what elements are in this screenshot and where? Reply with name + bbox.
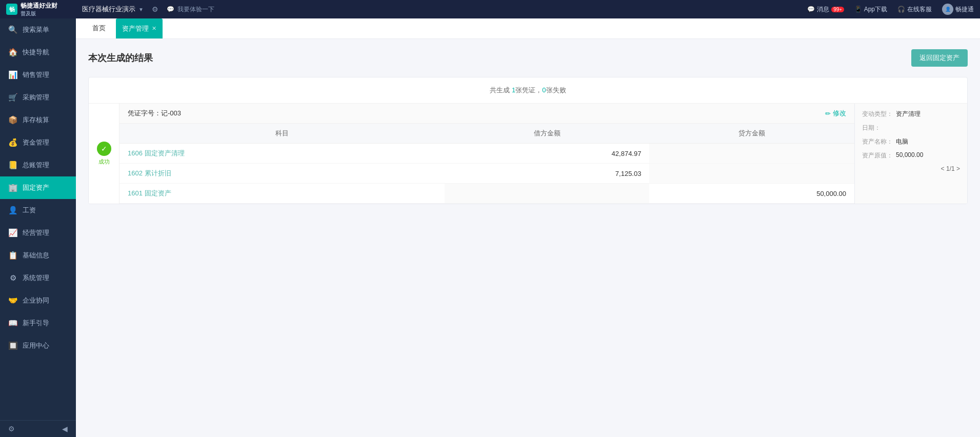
return-button[interactable]: 返回固定资产	[911, 49, 968, 67]
tab-label: 资产管理	[122, 24, 149, 33]
avatar: 👤	[942, 4, 953, 15]
summary-fail: 0	[542, 86, 546, 94]
app-center-icon: 🔲	[8, 341, 17, 350]
sidebar-item-enterprise[interactable]: 🤝 企业协同	[0, 289, 76, 312]
notification-button[interactable]: 💬 消息 99+	[807, 5, 844, 14]
online-service-button[interactable]: 🎧 在线客服	[897, 5, 932, 14]
operations-icon: 📈	[8, 228, 17, 237]
info-asset-value: 资产原值： 50,000.00	[862, 151, 960, 160]
sidebar-item-label: 固定资产	[23, 183, 49, 192]
change-type-label: 变动类型：	[862, 110, 893, 118]
edit-button[interactable]: ✏ 修改	[825, 109, 846, 118]
sidebar-item-label: 新手引导	[23, 319, 49, 328]
sidebar-item-label: 企业协同	[23, 296, 49, 305]
debit-cell: 42,874.97	[445, 144, 650, 164]
table-header-row: 科目 借方金额 贷方金额	[119, 124, 854, 144]
edit-label: 修改	[833, 109, 846, 118]
summary-text: 共生成 1张凭证，0张失败	[490, 86, 566, 94]
content-area: 首页 资产管理 ✕ 本次生成的结果 返回固定资产 共生成 1张凭证，0张失败	[76, 18, 980, 437]
sidebar-item-label: 应用中心	[23, 341, 49, 350]
ledger-icon: 📒	[8, 161, 17, 170]
table-row: 1602 累计折旧 7,125.03	[119, 164, 854, 184]
sidebar-item-search[interactable]: 🔍 搜索菜单	[0, 18, 76, 41]
chevron-down-icon: ▼	[138, 7, 144, 12]
sidebar-item-label: 工资	[23, 206, 36, 215]
sidebar-item-app-center[interactable]: 🔲 应用中心	[0, 334, 76, 357]
date-label: 日期：	[862, 124, 888, 132]
sidebar-item-label: 资金管理	[23, 138, 49, 147]
sidebar-item-label: 经营管理	[23, 228, 49, 237]
top-header: 畅 畅捷通好业财 普及版 医疗器械行业演示 ▼ ⚙ 💬 我要体验一下 💬 消息 …	[0, 0, 980, 18]
sidebar-item-label: 基础信息	[23, 251, 49, 260]
basic-info-icon: 📋	[8, 251, 17, 260]
result-summary: 共生成 1张凭证，0张失败	[89, 77, 967, 104]
payroll-icon: 👤	[8, 206, 17, 215]
settings-icon[interactable]: ⚙	[152, 5, 158, 13]
status-column: ✓ 成功	[89, 104, 119, 204]
info-change-type: 变动类型： 资产清理	[862, 110, 960, 118]
tab-close-icon[interactable]: ✕	[152, 25, 156, 32]
online-service-label: 在线客服	[907, 5, 932, 14]
subject-cell: 1601 固定资产	[119, 184, 445, 204]
purchase-icon: 🛒	[8, 93, 17, 102]
sidebar-collapse-button[interactable]: ◀	[62, 425, 68, 433]
asset-value-value: 50,000.00	[896, 151, 923, 158]
summary-count: 1	[512, 86, 515, 94]
logo-main-text: 畅捷通好业财	[21, 2, 57, 10]
experience-button[interactable]: 💬 我要体验一下	[167, 5, 214, 14]
app-download-icon: 📱	[854, 6, 862, 13]
credit-cell: 50,000.00	[649, 184, 854, 204]
sidebar-item-funds[interactable]: 💰 资金管理	[0, 131, 76, 154]
sidebar-item-label: 快捷导航	[23, 48, 49, 57]
subject-cell: 1602 累计折旧	[119, 164, 445, 184]
subject-cell: 1606 固定资产清理	[119, 144, 445, 164]
sidebar-item-fixed-assets[interactable]: 🏢 固定资产	[0, 176, 76, 199]
tab-asset-mgmt[interactable]: 资产管理 ✕	[116, 18, 163, 38]
col-subject: 科目	[119, 124, 445, 144]
pagination-prev[interactable]: <	[941, 165, 945, 172]
funds-icon: 💰	[8, 138, 17, 147]
pagination-next[interactable]: >	[956, 165, 960, 172]
info-date: 日期：	[862, 124, 960, 132]
sidebar-item-label: 库存核算	[23, 115, 49, 125]
sidebar-item-sales[interactable]: 📊 销售管理	[0, 64, 76, 86]
tab-home[interactable]: 首页	[84, 19, 114, 38]
sidebar-item-label: 搜索菜单	[23, 25, 49, 34]
user-name: 畅捷通	[955, 5, 974, 14]
app-download-button[interactable]: 📱 App下载	[854, 5, 887, 14]
sidebar-item-label: 总账管理	[23, 161, 49, 170]
sidebar-item-system[interactable]: ⚙ 系统管理	[0, 267, 76, 289]
sidebar-item-inventory[interactable]: 📦 库存核算	[0, 109, 76, 131]
col-credit: 贷方金额	[649, 124, 854, 144]
credit-cell	[649, 164, 854, 184]
logo-icon: 畅	[6, 4, 17, 15]
sidebar-item-guide[interactable]: 📖 新手引导	[0, 312, 76, 334]
sidebar-item-label: 采购管理	[23, 93, 49, 102]
credit-cell	[649, 144, 854, 164]
sidebar-item-quick-nav[interactable]: 🏠 快捷导航	[0, 41, 76, 64]
sidebar-item-ledger[interactable]: 📒 总账管理	[0, 154, 76, 176]
col-debit: 借方金额	[445, 124, 650, 144]
logo-sub-text: 普及版	[21, 10, 57, 17]
sidebar-item-purchase[interactable]: 🛒 采购管理	[0, 86, 76, 109]
home-icon: 🏠	[8, 48, 17, 57]
sidebar-settings-button[interactable]: ⚙	[8, 425, 15, 433]
sidebar-item-label: 销售管理	[23, 70, 49, 80]
sidebar-item-operations[interactable]: 📈 经营管理	[0, 222, 76, 244]
sidebar-item-basic-info[interactable]: 📋 基础信息	[0, 244, 76, 267]
pagination-info: 1/1	[946, 165, 956, 172]
company-selector[interactable]: 医疗器械行业演示 ▼	[82, 5, 144, 14]
change-type-value: 资产清理	[896, 110, 921, 118]
voucher-header: 凭证字号：记-003 ✏ 修改	[119, 104, 854, 124]
debit-cell: 7,125.03	[445, 164, 650, 184]
edit-icon: ✏	[825, 110, 831, 117]
page-title-row: 本次生成的结果 返回固定资产	[88, 49, 968, 67]
sidebar-item-payroll[interactable]: 👤 工资	[0, 199, 76, 222]
success-label: 成功	[98, 158, 110, 166]
user-profile-button[interactable]: 👤 畅捷通	[942, 4, 974, 15]
experience-label: 我要体验一下	[177, 5, 214, 14]
search-icon: 🔍	[8, 25, 17, 34]
asset-value-label: 资产原值：	[862, 151, 893, 160]
sidebar: 🔍 搜索菜单 🏠 快捷导航 📊 销售管理 🛒 采购管理 📦 库存核算 💰 资金管…	[0, 18, 76, 437]
page-content: 本次生成的结果 返回固定资产 共生成 1张凭证，0张失败 ✓ 成功	[76, 39, 980, 437]
